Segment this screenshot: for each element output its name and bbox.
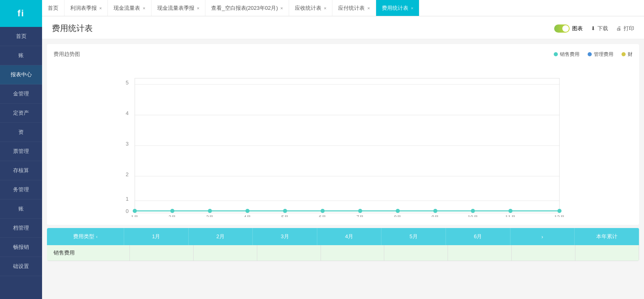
svg-point-18 [321,209,325,213]
nav-next-icon: › [541,234,543,240]
page-title: 费用统计表 [52,23,93,34]
sidebar-item-ledger[interactable]: 账 [0,199,42,219]
td-yearly-total [575,245,639,261]
th-nav-prev[interactable]: ‹ [96,234,98,239]
th-mar: 3月 [253,228,317,245]
legend-label-sales: 销售费用 [560,51,579,58]
svg-text:11月: 11月 [505,215,515,217]
th-yearly-total: 本年累计 [575,228,639,245]
sidebar-item-report-center[interactable]: 报表中心 [0,65,42,84]
table-row: 销售费用 [47,245,639,261]
sidebar-item-basic-settings[interactable]: 础设置 [0,257,42,276]
td-may [384,245,448,261]
legend-finance: 财 [622,51,633,58]
sidebar-item-fund-management[interactable]: 金管理 [0,84,42,104]
td-type: 销售费用 [47,245,130,261]
th-feb: 2月 [189,228,253,245]
svg-text:1: 1 [126,196,129,202]
tab-bar: 首页 利润表季报 × 现金流量表 × 现金流量表季报 × 查看_空白报表(202… [42,0,644,16]
sidebar-item-account[interactable]: 账 [0,46,42,65]
print-button[interactable]: 🖨 打印 [616,25,634,32]
legend-label-management: 管理费用 [594,51,613,58]
tab-cashflow[interactable]: 现金流量表 × [108,0,151,16]
download-icon: ⬇ [591,25,595,31]
svg-text:12月: 12月 [554,215,564,217]
svg-point-14 [170,209,174,213]
svg-text:9月: 9月 [432,215,439,217]
svg-point-24 [557,209,562,213]
th-apr: 4月 [317,228,382,245]
td-jun [448,245,512,261]
th-jan: 1月 [124,228,189,245]
svg-text:3: 3 [126,141,129,147]
svg-text:0: 0 [126,208,129,214]
svg-point-23 [508,209,513,213]
tab-close-receivable[interactable]: × [324,6,326,11]
header-actions: 图表 ⬇ 下载 🖨 打印 [554,24,634,33]
svg-point-21 [433,209,437,213]
svg-point-19 [358,209,362,213]
svg-text:8月: 8月 [394,215,402,217]
svg-text:10月: 10月 [468,215,478,217]
sidebar-item-service[interactable]: 务管理 [0,180,42,199]
legend-dot-sales [554,52,558,56]
chart-toggle-wrap[interactable]: 图表 [554,24,583,33]
th-type: 费用类型 ‹ [47,228,124,245]
tab-blank-report[interactable]: 查看_空白报表(2023年02月) × [205,0,289,16]
content-area: 费用统计表 图表 ⬇ 下载 🖨 打印 费用趋势图 [42,16,644,299]
svg-point-13 [133,209,137,213]
table-section: 费用类型 ‹ 1月 2月 3月 4月 5月 [47,228,639,261]
page-header: 费用统计表 图表 ⬇ 下载 🖨 打印 [42,16,644,39]
tab-close-payable[interactable]: × [367,6,370,11]
chart-svg: 5 4 3 2 1 0 [53,62,633,217]
sidebar-item-assets[interactable]: 资 [0,123,42,142]
tab-close-cashflow-quarterly[interactable]: × [197,6,199,11]
tab-payable[interactable]: 应付统计表 × [332,0,376,16]
svg-text:4月: 4月 [244,215,252,217]
svg-text:7月: 7月 [357,215,364,217]
tab-close-blank-report[interactable]: × [281,6,283,11]
sidebar-item-expense-report[interactable]: 畅报销 [0,238,42,257]
logo: fi [0,0,42,27]
sidebar-item-home[interactable]: 首页 [0,27,42,46]
tab-close-profit[interactable]: × [99,6,102,11]
tab-cashflow-quarterly[interactable]: 现金流量表季报 × [152,0,205,16]
legend-dot-finance [622,52,626,56]
download-button[interactable]: ⬇ 下载 [591,25,608,32]
sidebar-item-fixed-assets[interactable]: 定资产 [0,104,42,123]
tab-close-expense[interactable]: × [411,6,413,11]
legend-dot-management [588,52,592,56]
td-nav-spacer [512,245,575,261]
print-icon: 🖨 [616,25,622,31]
legend-label-finance: 财 [628,51,633,58]
tab-home[interactable]: 首页 [42,0,65,16]
th-nav-next[interactable]: › [510,228,575,245]
svg-text:6月: 6月 [319,215,327,217]
svg-text:1月: 1月 [131,215,139,217]
svg-point-22 [471,209,475,213]
chart-section: 费用趋势图 销售费用 管理费用 财 [47,44,639,225]
tab-profit[interactable]: 利润表季报 × [65,0,108,16]
legend-management: 管理费用 [588,51,613,58]
svg-text:4: 4 [126,110,129,116]
svg-text:5: 5 [126,80,129,86]
th-jun: 6月 [446,228,510,245]
chart-header: 费用趋势图 销售费用 管理费用 财 [53,51,633,58]
sidebar-item-inventory[interactable]: 存核算 [0,161,42,180]
tab-receivable[interactable]: 应收统计表 × [289,0,332,16]
svg-text:5月: 5月 [281,215,289,217]
svg-point-17 [283,209,287,213]
chart-title: 费用趋势图 [53,51,80,58]
svg-text:2月: 2月 [169,215,176,217]
chart-toggle[interactable] [554,24,570,33]
td-mar [257,245,321,261]
table-header-row: 费用类型 ‹ 1月 2月 3月 4月 5月 [47,228,639,245]
tab-close-cashflow[interactable]: × [143,6,145,11]
svg-text:2: 2 [126,171,129,177]
tab-expense[interactable]: 费用统计表 × [376,0,419,16]
sidebar-item-archive[interactable]: 档管理 [0,219,42,238]
sidebar-item-invoice[interactable]: 票管理 [0,142,42,161]
svg-point-20 [396,209,400,213]
th-may: 5月 [381,228,446,245]
td-feb [194,245,257,261]
